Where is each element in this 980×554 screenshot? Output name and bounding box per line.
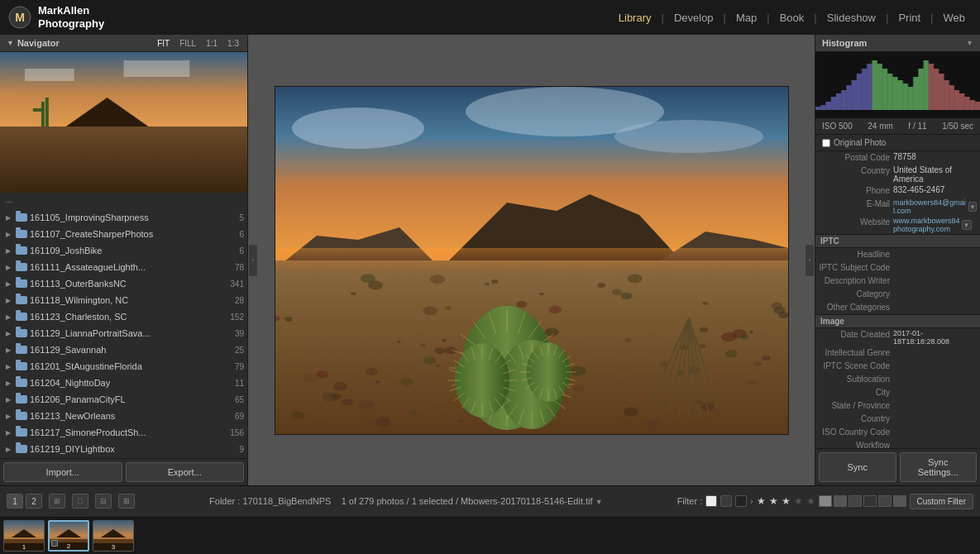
compare-view-btn[interactable]: ⊟ [95, 494, 112, 509]
loupe-view-btn[interactable]: □ [72, 494, 88, 509]
color-mode-4[interactable] [863, 495, 877, 507]
folder-count: 6 [227, 246, 244, 256]
filmstrip-thumb-2[interactable]: 2 [48, 520, 89, 552]
color-mode-5[interactable] [878, 495, 892, 507]
iptc-section-header: IPTC [815, 234, 980, 248]
folder-count: 25 [227, 346, 244, 355]
original-photo-checkbox[interactable] [822, 139, 830, 147]
folder-expand-arrow: ▶ [3, 444, 13, 454]
color-mode-1[interactable] [819, 495, 832, 507]
import-button[interactable]: Import... [3, 462, 122, 482]
export-button[interactable]: Export... [126, 462, 245, 482]
dropdown-arrow: ▼ [595, 498, 603, 506]
state-row: State / Province [815, 399, 980, 413]
filmstrip-thumb-3[interactable]: 3 [93, 520, 134, 552]
navigator-header[interactable]: ▼ Navigator FIT FILL 1:1 1:3 [0, 35, 247, 52]
folder-item-10[interactable]: ▶ 161204_NighttoDay 11 [0, 375, 247, 391]
grid-view-btn[interactable]: ⊞ [49, 494, 65, 509]
nav-map[interactable]: Map [729, 8, 763, 27]
flag-grey-btn[interactable] [720, 495, 732, 507]
date-created-value: 2017-01-18T18:18:28.008 [893, 329, 977, 346]
fill-btn[interactable]: FILL [178, 39, 198, 48]
folder-item-2[interactable]: ▶ 161109_JoshBike 6 [0, 242, 247, 259]
nav-develop[interactable]: Develop [667, 8, 720, 27]
headline-row: Headline [815, 248, 980, 261]
folder-icon [16, 428, 27, 437]
thumb-badge [51, 540, 58, 547]
exif-info: ISO 500 24 mm f / 11 1/50 sec [815, 118, 980, 135]
folder-icon [16, 362, 27, 370]
1to1-btn[interactable]: 1:1 [204, 39, 219, 48]
folder-item-13[interactable]: ▶ 161217_SimoneProductSh... 156 [0, 424, 247, 441]
1to3-btn[interactable]: 1:3 [226, 39, 241, 48]
folder-item-9[interactable]: ▶ 161201_StAugustineFlorida 79 [0, 358, 247, 375]
histogram-header[interactable]: Histogram ▼ [815, 35, 980, 52]
sublocation-row: Sublocation [815, 373, 980, 386]
sync-settings-button[interactable]: Sync Settings... [900, 452, 978, 482]
folder-item-7[interactable]: ▶ 161129_LiannaPortraitSava... 39 [0, 325, 247, 341]
flag-white-btn[interactable] [705, 495, 717, 507]
folder-item-5[interactable]: ▶ 161118_Wilmington, NC 28 [0, 292, 247, 308]
logo-icon: M [8, 6, 31, 29]
nav-web[interactable]: Web [937, 8, 973, 27]
country-label: Country [819, 165, 893, 175]
nav-book[interactable]: Book [773, 8, 811, 27]
photo-container [248, 35, 815, 485]
right-panel-toggle[interactable]: › [805, 244, 815, 277]
histogram-expand-icon: ▼ [966, 39, 973, 47]
folder-item-14[interactable]: ▶ 161219_DIYLightbox 9 [0, 441, 247, 457]
nav-library[interactable]: Library [612, 8, 658, 27]
email-link[interactable]: markbowers84@gmail.com [893, 198, 967, 215]
website-link[interactable]: www.markbowers84photography.com [893, 217, 960, 233]
website-edit-icon[interactable]: ▼ [962, 220, 972, 230]
star-2[interactable]: ★ [769, 495, 778, 507]
folder-expand-arrow: ▶ [3, 345, 13, 355]
star-1[interactable]: ★ [757, 495, 766, 507]
email-edit-icon[interactable]: ▼ [968, 202, 977, 212]
folder-name: 161105_ImprovingSharpness [30, 213, 227, 222]
exif-focal: 24 mm [868, 122, 893, 131]
folder-item-11[interactable]: ▶ 161206_PanamaCityFL 65 [0, 391, 247, 408]
folder-item-6[interactable]: ▶ 161123_Charleston, SC 152 [0, 308, 247, 325]
exif-aperture: f / 11 [908, 122, 926, 131]
folder-list[interactable]: — ▶ 161105_ImprovingSharpness 5 ▶ 161107… [0, 193, 247, 458]
city-row: City [815, 386, 980, 399]
main-photo [275, 86, 789, 435]
postal-code-row: Postal Code 78758 [815, 151, 980, 165]
folder-expand-arrow: ▶ [3, 312, 13, 322]
folder-icon [16, 412, 27, 420]
folder-item-4[interactable]: ▶ 161113_OuterBanksNC 341 [0, 275, 247, 292]
sync-button[interactable]: Sync [819, 452, 896, 482]
folder-item-8[interactable]: ▶ 161129_Savannah 25 [0, 341, 247, 358]
nav-print[interactable]: Print [892, 8, 927, 27]
folder-icon [16, 379, 27, 387]
custom-filter-button[interactable]: Custom Filter [910, 494, 973, 509]
star-5[interactable]: ★ [806, 495, 815, 507]
country-row: Country United States of America [815, 165, 980, 184]
folder-name: 161111_AssateagueLighth... [30, 262, 227, 272]
intl-genre-label: Intellectual Genre [819, 347, 893, 357]
left-panel-toggle[interactable]: ‹ [248, 244, 258, 277]
page-2-btn[interactable]: 2 [26, 494, 42, 509]
folder-item-0[interactable]: ▶ 161105_ImprovingSharpness 5 [0, 209, 247, 226]
color-mode-6[interactable] [893, 495, 906, 507]
website-row: Website www.markbowers84photography.com … [815, 216, 980, 234]
top-navigation: M MarkAllenPhotography Library | Develop… [0, 0, 980, 35]
folder-item-1[interactable]: ▶ 161107_CreateSharperPhotos 6 [0, 226, 247, 242]
filmstrip-thumb-1[interactable]: 1 [3, 520, 45, 552]
folder-count: 79 [227, 362, 244, 371]
folder-count: 39 [227, 329, 244, 338]
folder-item-12[interactable]: ▶ 161213_NewOrleans 69 [0, 408, 247, 424]
fit-btn[interactable]: FIT [155, 39, 171, 48]
star-4[interactable]: ★ [794, 495, 803, 507]
color-mode-2[interactable] [834, 495, 847, 507]
folder-item-3[interactable]: ▶ 161111_AssateagueLighth... 78 [0, 259, 247, 275]
star-3[interactable]: ★ [782, 495, 791, 507]
folder-expand-arrow: ▶ [3, 295, 13, 305]
nav-slideshow[interactable]: Slideshow [820, 8, 882, 27]
color-mode-3[interactable] [849, 495, 862, 507]
folder-expand-row[interactable]: — [0, 193, 247, 209]
page-1-btn[interactable]: 1 [7, 494, 23, 509]
flag-black-btn[interactable] [735, 495, 747, 507]
survey-view-btn[interactable]: ⊞ [118, 494, 135, 509]
